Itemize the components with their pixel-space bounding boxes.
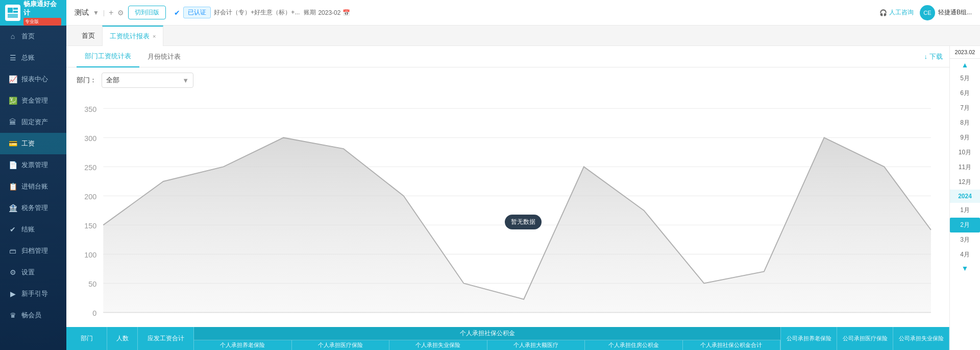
member-icon: ♛ bbox=[8, 311, 17, 319]
chart-area: 350 300 250 200 150 100 50 0 bbox=[66, 93, 980, 327]
sidebar-item-settings[interactable]: ⚙ 设置 bbox=[0, 262, 66, 283]
date-month-2-active[interactable]: 2月 bbox=[950, 218, 980, 232]
invoice-icon: 📄 bbox=[8, 161, 17, 169]
sidebar-item-assets[interactable]: 🏛 固定资产 bbox=[0, 111, 66, 133]
date-down-arrow[interactable]: ▼ bbox=[960, 262, 971, 274]
sidebar-item-guide[interactable]: ▶ 新手引导 bbox=[0, 283, 66, 305]
checkout-icon: ✔ bbox=[8, 225, 17, 234]
user-profile[interactable]: CE 轻捷通B组... bbox=[920, 5, 972, 20]
tab-close-icon[interactable]: × bbox=[153, 33, 156, 39]
logo-name: 畅康通好会计 bbox=[23, 0, 61, 17]
date-up-arrow[interactable]: ▲ bbox=[960, 59, 971, 71]
select-arrow-icon: ▼ bbox=[182, 77, 189, 84]
svg-text:300: 300 bbox=[84, 134, 96, 143]
topbar-divider: | bbox=[103, 9, 105, 16]
svg-text:250: 250 bbox=[84, 164, 96, 172]
date-month-6[interactable]: 6月 bbox=[950, 86, 980, 101]
th-department: 部门 bbox=[66, 327, 107, 350]
svg-text:350: 350 bbox=[84, 105, 96, 113]
dropdown-arrow-icon[interactable]: ▼ bbox=[93, 9, 99, 16]
department-select[interactable]: 全部 ▼ bbox=[102, 73, 193, 88]
sidebar-item-tax[interactable]: 🏦 税务管理 bbox=[0, 197, 66, 219]
tab-salary-report[interactable]: 工资统计报表 × bbox=[102, 26, 163, 46]
funds-icon: 💹 bbox=[8, 97, 17, 105]
sub-tab-department[interactable]: 部门工资统计表 bbox=[77, 46, 139, 67]
th-headcount: 人数 bbox=[107, 327, 138, 350]
sidebar: 畅康通好会计 专业版 ⌂ 首页 ☰ 总账 📈 报表中心 💹 资金管理 🏛 固定资… bbox=[0, 0, 66, 350]
sidebar-label-invoice: 发票管理 bbox=[21, 160, 48, 170]
salary-icon: 💳 bbox=[8, 139, 17, 148]
gear-icon[interactable]: ⚙ bbox=[117, 9, 124, 17]
tab-home-label: 首页 bbox=[82, 31, 95, 40]
logo-badge: 专业版 bbox=[23, 18, 61, 26]
period-value: 2023-02 bbox=[318, 9, 340, 16]
th-company-unemployment: 公司承担失业保险 bbox=[893, 327, 949, 350]
status-badges: ✔ 已认证 好会计（专）+好生意（标）+... bbox=[174, 7, 300, 18]
avatar-initials: CE bbox=[923, 10, 931, 16]
sidebar-item-member[interactable]: ♛ 畅会员 bbox=[0, 305, 66, 326]
sidebar-nav: ⌂ 首页 ☰ 总账 📈 报表中心 💹 资金管理 🏛 固定资产 💳 工资 📄 发票… bbox=[0, 26, 66, 350]
th-group-personal-title: 个人承担社保公积金 bbox=[194, 327, 780, 340]
plus-icon[interactable]: + bbox=[109, 8, 113, 17]
svg-text:50: 50 bbox=[88, 280, 96, 288]
calendar-icon[interactable]: 📅 bbox=[342, 9, 350, 16]
switch-version-button[interactable]: 切到旧版 bbox=[128, 6, 166, 19]
tab-bar: 首页 工资统计报表 × bbox=[66, 26, 980, 46]
th-personal-medical: 个人承担医疗保险 bbox=[292, 340, 390, 350]
status-text: 好会计（专）+好生意（标）+... bbox=[214, 8, 300, 17]
sidebar-item-archive[interactable]: 🗃 归档管理 bbox=[0, 240, 66, 262]
tab-home[interactable]: 首页 bbox=[75, 26, 102, 46]
date-month-5[interactable]: 5月 bbox=[950, 71, 980, 86]
tooltip-text: 暂无数据 bbox=[511, 218, 535, 225]
sub-tab-monthly-label: 月份统计表 bbox=[148, 52, 181, 61]
service-label: 人工咨询 bbox=[889, 8, 914, 17]
th-personal-total: 个人承担社保公积金合计 bbox=[683, 340, 781, 350]
date-month-10[interactable]: 10月 bbox=[950, 145, 980, 160]
sidebar-label-assets: 固定资产 bbox=[21, 118, 48, 127]
download-button[interactable]: ↓ 下载 bbox=[924, 52, 943, 61]
sidebar-item-reports[interactable]: 📈 报表中心 bbox=[0, 68, 66, 90]
date-month-9[interactable]: 9月 bbox=[950, 130, 980, 145]
salary-chart: 350 300 250 200 150 100 50 0 bbox=[77, 98, 944, 327]
sidebar-item-salary[interactable]: 💳 工资 bbox=[0, 133, 66, 154]
svg-text:200: 200 bbox=[84, 193, 96, 201]
svg-rect-3 bbox=[8, 14, 18, 18]
guide-icon: ▶ bbox=[8, 290, 17, 298]
department-filter-label: 部门： bbox=[77, 76, 96, 85]
date-month-12[interactable]: 12月 bbox=[950, 175, 980, 190]
sidebar-item-purchase[interactable]: 📋 进销台账 bbox=[0, 176, 66, 197]
purchase-icon: 📋 bbox=[8, 182, 17, 191]
sidebar-label-salary: 工资 bbox=[21, 139, 35, 148]
sidebar-item-checkout[interactable]: ✔ 结账 bbox=[0, 219, 66, 240]
th-personal-pension: 个人承担养老保险 bbox=[194, 340, 292, 350]
th-personal-housing-fund: 个人承担住房公积金 bbox=[585, 340, 683, 350]
filter-row: 部门： 全部 ▼ bbox=[66, 67, 980, 93]
date-month-3[interactable]: 3月 bbox=[950, 232, 980, 247]
sidebar-item-home[interactable]: ⌂ 首页 bbox=[0, 26, 66, 47]
date-month-8[interactable]: 8月 bbox=[950, 115, 980, 130]
home-icon: ⌂ bbox=[8, 32, 17, 40]
sidebar-label-ledger: 总账 bbox=[21, 53, 35, 62]
sub-tab-monthly[interactable]: 月份统计表 bbox=[139, 46, 189, 67]
sidebar-label-reports: 报表中心 bbox=[21, 75, 48, 84]
avatar: CE bbox=[920, 5, 935, 20]
th-group-personal: 个人承担社保公积金 个人承担养老保险 个人承担医疗保险 个人承担失业保险 个人承… bbox=[194, 327, 781, 350]
th-group-personal-cols: 个人承担养老保险 个人承担医疗保险 个人承担失业保险 个人承担大额医疗 个人承担… bbox=[194, 340, 780, 350]
sidebar-item-ledger[interactable]: ☰ 总账 bbox=[0, 47, 66, 68]
date-month-11[interactable]: 11月 bbox=[950, 160, 980, 175]
sidebar-item-funds[interactable]: 💹 资金管理 bbox=[0, 90, 66, 111]
svg-rect-1 bbox=[13, 8, 18, 10]
assets-icon: 🏛 bbox=[8, 118, 17, 126]
date-month-1[interactable]: 1月 bbox=[950, 203, 980, 218]
main-area: 测试 ▼ | + ⚙ 切到旧版 ✔ 已认证 好会计（专）+好生意（标）+... … bbox=[66, 0, 980, 350]
certified-badge: 已认证 bbox=[183, 7, 211, 18]
date-month-7[interactable]: 7月 bbox=[950, 101, 980, 115]
th-personal-critical-illness: 个人承担大额医疗 bbox=[487, 340, 585, 350]
service-button[interactable]: 🎧 人工咨询 bbox=[879, 8, 914, 17]
date-month-4[interactable]: 4月 bbox=[950, 247, 980, 262]
select-value: 全部 bbox=[106, 76, 119, 85]
sidebar-label-archive: 归档管理 bbox=[21, 246, 48, 255]
chart-tooltip: 暂无数据 bbox=[505, 215, 542, 229]
sidebar-item-invoice[interactable]: 📄 发票管理 bbox=[0, 154, 66, 176]
svg-text:150: 150 bbox=[84, 222, 96, 230]
